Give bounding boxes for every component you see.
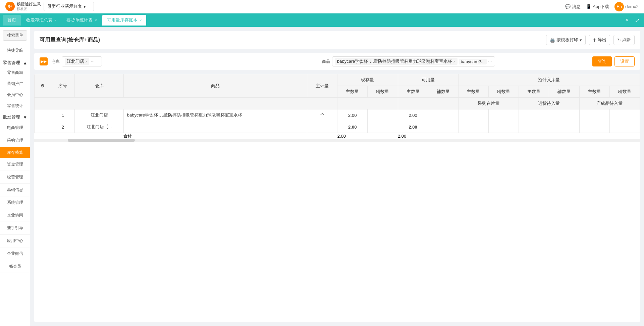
total-label-cell: 合计	[123, 133, 307, 139]
total-inbound-main	[519, 133, 549, 139]
industry-label: 母婴行业演示账套	[47, 3, 82, 9]
sidebar-item-retail-mall[interactable]: 零售商城	[0, 67, 30, 78]
chevron-down-icon-wholesale: ▼	[23, 115, 27, 120]
warehouse-more-icon[interactable]: ···	[91, 59, 95, 64]
page-content: 可用量查询(按仓库+商品) 🖨️ 按模板打印 ▾ ⬆ 导出 ↻ 刷新	[30, 27, 644, 326]
warehouse-tag-text: 江北门店	[67, 58, 84, 64]
tab-inventory[interactable]: 可用量库存账本 ×	[102, 15, 146, 26]
logo-text-area: 畅捷通好生意 标准版	[17, 2, 41, 11]
sidebar-section-wholesale-label: 批发管理	[3, 114, 20, 120]
table-scroll-thumb[interactable]	[68, 139, 135, 142]
message-button[interactable]: 💬 消息	[565, 4, 581, 10]
refresh-button[interactable]: ↻ 刷新	[613, 35, 635, 45]
warehouse-filter-input[interactable]: 江北门店 × ···	[62, 56, 102, 66]
settings-icon[interactable]: ⚙	[41, 83, 45, 88]
product-remove-icon[interactable]: ×	[453, 59, 455, 63]
sidebar-item-basic-info[interactable]: 基础信息	[0, 184, 30, 196]
tab-home[interactable]: 首页	[3, 15, 21, 26]
filter-buttons: 查询 设置	[592, 56, 635, 66]
th-inbound-main: 主数量	[519, 86, 549, 98]
th-available-group: 可用量	[398, 74, 458, 86]
sidebar-item-ecommerce[interactable]: 电商管理	[0, 122, 30, 134]
th-stock-aux: 辅数量	[368, 86, 398, 98]
cell-available-aux-1	[428, 109, 458, 121]
data-table: ⚙ 序号 仓库 商品 主计量 现存量 可用量 预计入库量 主数量	[34, 74, 640, 139]
total-stock-aux	[368, 133, 398, 139]
cell-production-main-2	[579, 121, 609, 133]
sidebar-section-retail-label: 零售管理	[3, 60, 20, 66]
warehouse-tag: 江北门店 ×	[65, 58, 89, 65]
cell-purchase-main-2	[458, 121, 488, 133]
app-icon: 📱	[586, 4, 591, 9]
sidebar-item-app-center[interactable]: 应用中心	[0, 235, 30, 247]
th-settings[interactable]: ⚙	[35, 74, 51, 98]
close-receive-icon[interactable]: ×	[54, 18, 56, 22]
sidebar-item-enterprise-wechat[interactable]: 企业微信	[0, 247, 30, 260]
query-button[interactable]: 查询	[592, 56, 612, 66]
print-label: 按模板打印	[556, 37, 578, 43]
th-forecast-group: 预计入库量	[458, 74, 640, 86]
total-production-main	[579, 133, 609, 139]
sidebar-item-marketing[interactable]: 营销推广	[0, 78, 30, 89]
sidebar-search-area: 搜索菜单	[0, 27, 30, 44]
cell-purchase-aux-1	[489, 109, 519, 121]
avatar: Ea	[614, 2, 624, 11]
username: demo2	[625, 4, 639, 9]
sidebar-item-members[interactable]: 会员中心	[0, 89, 30, 100]
avatar-text: Ea	[616, 4, 622, 9]
logo-text: 畅捷通好生意	[17, 2, 41, 6]
page-actions: 🖨️ 按模板打印 ▾ ⬆ 导出 ↻ 刷新	[546, 35, 635, 45]
print-icon: 🖨️	[550, 38, 555, 43]
cell-stock-aux-2	[368, 121, 398, 133]
total-available-main: 2.00	[398, 133, 428, 139]
sidebar-item-retail-stats[interactable]: 零售统计	[0, 100, 30, 111]
th-purchase-main: 主数量	[458, 86, 488, 98]
cell-warehouse-2: 江北门店【...	[75, 121, 124, 133]
product-filter-input[interactable]: babycare学饮杯 儿童防摔防撞吸管杯重力球吸嘴杯宝宝水杯 × babyca…	[332, 56, 495, 66]
filter-product-group: 商品 babycare学饮杯 儿童防摔防撞吸管杯重力球吸嘴杯宝宝水杯 × bab…	[322, 56, 588, 66]
sidebar-item-enterprise[interactable]: 企业协同	[0, 209, 30, 222]
chevron-down-icon-print: ▾	[580, 38, 582, 43]
sidebar-item-quick-nav[interactable]: 快捷导航	[0, 44, 30, 57]
cell-available-main-1: 2.00	[398, 109, 428, 121]
cell-unit-2	[307, 121, 337, 133]
close-inventory-icon[interactable]: ×	[140, 18, 142, 22]
print-button[interactable]: 🖨️ 按模板打印 ▾	[546, 35, 586, 45]
close-all-tabs-button[interactable]: ×	[623, 16, 630, 24]
sidebar-item-member[interactable]: 畅会员	[0, 260, 30, 273]
total-inbound-aux	[549, 133, 579, 139]
close-purchase-icon[interactable]: ×	[95, 18, 97, 22]
sidebar-item-inventory[interactable]: 库存核算	[0, 147, 30, 158]
product-more-icon[interactable]: ···	[488, 59, 492, 64]
settings-button[interactable]: 设置	[614, 56, 635, 66]
cell-settings-2	[35, 121, 51, 133]
sidebar-item-system[interactable]: 系统管理	[0, 196, 30, 209]
filter-expand-button[interactable]: ▶▶	[40, 57, 48, 65]
cell-settings	[35, 109, 51, 121]
expand-button[interactable]: ⤢	[633, 16, 641, 24]
header-left: 好 畅捷通好生意 标准版 母婴行业演示账套 ▾	[5, 2, 94, 11]
cell-production-aux-1	[609, 109, 640, 121]
tab-inventory-label: 可用量库存账本	[107, 17, 138, 23]
nav-tabs-right: × ⤢	[623, 16, 641, 24]
sidebar-item-purchase[interactable]: 采购管理	[0, 134, 30, 147]
export-button[interactable]: ⬆ 导出	[589, 35, 610, 45]
sidebar-item-operations[interactable]: 经营管理	[0, 171, 30, 184]
industry-selector[interactable]: 母婴行业演示账套 ▾	[44, 2, 94, 11]
tab-receive[interactable]: 收发存汇总表 ×	[21, 15, 61, 26]
cell-product-1: babycare学饮杯 儿童防摔防撞吸管杯重力球吸嘴杯宝宝水杯	[123, 109, 307, 121]
warehouse-remove-icon[interactable]: ×	[85, 59, 87, 63]
search-menu-button[interactable]: 搜索菜单	[3, 30, 27, 41]
tab-purchase[interactable]: 要货单统计表 ×	[62, 15, 101, 26]
sidebar-section-wholesale[interactable]: 批发管理 ▼	[0, 111, 30, 122]
table-scrollbar[interactable]	[34, 139, 640, 142]
sidebar-item-finance[interactable]: 资金管理	[0, 158, 30, 171]
cell-index-1: 1	[51, 109, 75, 121]
total-purchase-main	[458, 133, 488, 139]
app-download-button[interactable]: 📱 App下载	[586, 4, 609, 10]
sidebar-section-retail[interactable]: 零售管理 ▲	[0, 57, 30, 67]
th-inbound-aux: 辅数量	[549, 86, 579, 98]
total-empty-3	[75, 133, 124, 139]
user-area[interactable]: Ea demo2	[614, 2, 639, 11]
sidebar-item-new-guide[interactable]: 新手引导	[0, 222, 30, 235]
